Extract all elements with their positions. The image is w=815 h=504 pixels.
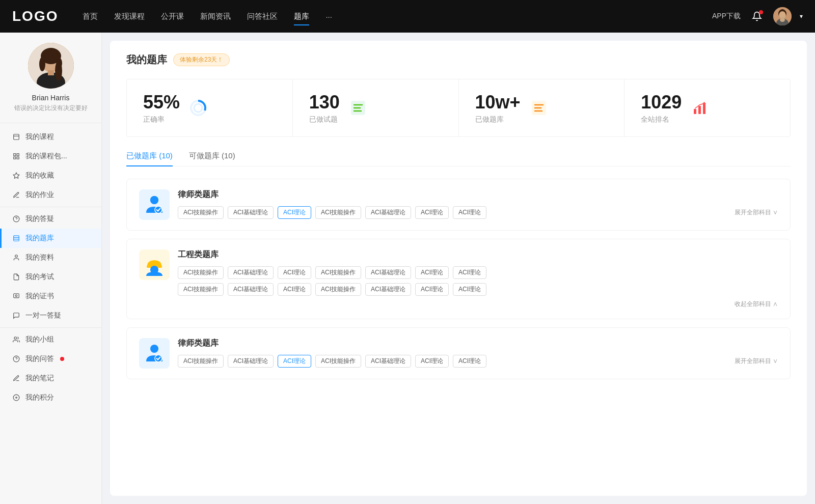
svg-rect-47	[703, 104, 705, 114]
stat-rank-label: 全站排名	[641, 115, 682, 124]
logo: LOGO	[12, 8, 58, 24]
tag[interactable]: ACI基础理论	[228, 283, 274, 296]
user-avatar[interactable]	[773, 7, 792, 25]
qbank-card-lawyer-2: 律师类题库 ACI技能操作 ACI基础理论 ACI理论 ACI技能操作 ACI基…	[126, 327, 791, 379]
app-download-link[interactable]: APP下载	[712, 12, 741, 21]
qbank-name-engineer: 工程类题库	[178, 249, 778, 260]
svg-rect-45	[694, 109, 696, 114]
svg-rect-20	[17, 157, 19, 159]
nav-news[interactable]: 新闻资讯	[200, 10, 231, 23]
tag[interactable]: ACI理论	[415, 266, 449, 279]
tag[interactable]: ACI理论	[278, 283, 311, 296]
main-content: 我的题库 体验剩余23天！ 55% 正确率	[110, 41, 807, 496]
svg-rect-46	[698, 106, 701, 114]
done-questions-icon	[348, 98, 368, 118]
tag[interactable]: ACI理论	[453, 283, 486, 296]
svg-rect-24	[14, 236, 19, 241]
notification-bell[interactable]	[749, 8, 765, 24]
tab-done-banks[interactable]: 已做题库 (10)	[126, 151, 173, 166]
tag[interactable]: ACI理论	[453, 266, 486, 279]
sidebar-item-qbank[interactable]: 我的题库	[0, 229, 101, 248]
tag[interactable]: ACI基础理论	[228, 355, 274, 368]
sidebar-item-my-course[interactable]: 我的课程	[0, 127, 101, 147]
expand-button-1[interactable]: 展开全部科目 ∨	[735, 208, 778, 217]
svg-rect-15	[14, 134, 19, 140]
qbank-tags-lawyer-2: ACI技能操作 ACI基础理论 ACI理论 ACI技能操作 ACI基础理论 AC…	[178, 355, 778, 368]
nav-home[interactable]: 首页	[83, 10, 98, 23]
exam-icon	[12, 273, 20, 281]
tag-active[interactable]: ACI理论	[278, 206, 311, 219]
tag[interactable]: ACI技能操作	[315, 206, 361, 219]
user-dropdown-arrow[interactable]: ▾	[800, 13, 803, 20]
menu-divider-2	[0, 327, 101, 328]
tag[interactable]: ACI技能操作	[178, 266, 224, 279]
accuracy-chart-icon	[188, 98, 208, 118]
qbank-name-lawyer-2: 律师类题库	[178, 338, 778, 349]
tag[interactable]: ACI理论	[415, 206, 449, 219]
svg-point-11	[39, 57, 45, 71]
tag[interactable]: ACI基础理论	[365, 283, 411, 296]
svg-rect-17	[14, 154, 16, 156]
svg-point-5	[779, 11, 785, 17]
nav-discover[interactable]: 发现课程	[114, 10, 145, 23]
tag[interactable]: ACI技能操作	[178, 283, 224, 296]
one-on-one-icon	[12, 312, 20, 320]
sidebar-item-qa[interactable]: 我的答疑	[0, 209, 101, 229]
nav-links: 首页 发现课程 公开课 新闻资讯 问答社区 题库 ···	[83, 10, 712, 23]
tag[interactable]: ACI基础理论	[365, 206, 411, 219]
qbank-name-lawyer-1: 律师类题库	[178, 189, 778, 200]
qbank-icon-engineer	[139, 249, 170, 280]
sidebar-item-one-on-one[interactable]: 一对一答疑	[0, 306, 101, 325]
sidebar-item-group[interactable]: 我的小组	[0, 330, 101, 349]
tag-active[interactable]: ACI理论	[278, 355, 311, 368]
nav-qbank[interactable]: 题库	[294, 10, 309, 23]
svg-rect-19	[14, 157, 16, 159]
sidebar-item-homework[interactable]: 我的作业	[0, 185, 101, 205]
svg-point-27	[15, 255, 18, 258]
sidebar-item-notes[interactable]: 我的笔记	[0, 369, 101, 388]
qbank-card-engineer: 工程类题库 ACI技能操作 ACI基础理论 ACI理论 ACI技能操作 ACI基…	[126, 239, 791, 319]
stats-row: 55% 正确率 130 已做试题	[126, 79, 791, 137]
collapse-button[interactable]: 收起全部科目 ∧	[178, 300, 778, 309]
tag[interactable]: ACI技能操作	[178, 206, 224, 219]
tag[interactable]: ACI基础理论	[365, 355, 411, 368]
expand-button-3[interactable]: 展开全部科目 ∨	[735, 357, 778, 366]
sidebar-item-favorites[interactable]: 我的收藏	[0, 166, 101, 185]
svg-marker-21	[13, 173, 19, 178]
svg-point-50	[150, 196, 158, 204]
tag[interactable]: ACI基础理论	[365, 266, 411, 279]
svg-point-36	[194, 104, 202, 112]
tag[interactable]: ACI技能操作	[315, 266, 361, 279]
nav-more[interactable]: ···	[325, 10, 332, 23]
sidebar-item-course-package[interactable]: 我的课程包...	[0, 147, 101, 166]
page-header: 我的题库 体验剩余23天！	[126, 53, 791, 67]
tag[interactable]: ACI理论	[415, 283, 449, 296]
qa-icon	[12, 215, 20, 223]
tag[interactable]: ACI技能操作	[315, 283, 361, 296]
group-icon	[12, 335, 20, 344]
sidebar-item-my-qa[interactable]: 我的问答	[0, 349, 101, 369]
nav-qa[interactable]: 问答社区	[247, 10, 278, 23]
sidebar-item-points[interactable]: 我的积分	[0, 388, 101, 407]
course-icon	[12, 133, 20, 141]
tag[interactable]: ACI基础理论	[228, 266, 274, 279]
stat-done-banks: 10w+ 已做题库	[459, 79, 625, 136]
tag[interactable]: ACI理论	[453, 355, 486, 368]
sidebar-avatar	[28, 43, 74, 89]
tag[interactable]: ACI理论	[278, 266, 311, 279]
tab-available-banks[interactable]: 可做题库 (10)	[189, 151, 235, 166]
tag[interactable]: ACI基础理论	[228, 206, 274, 219]
sidebar-item-profile[interactable]: 我的资料	[0, 248, 101, 267]
nav-open-course[interactable]: 公开课	[161, 10, 184, 23]
tag[interactable]: ACI理论	[415, 355, 449, 368]
navbar: LOGO 首页 发现课程 公开课 新闻资讯 问答社区 题库 ··· APP下载	[0, 0, 815, 33]
navbar-right: APP下载 ▾	[712, 7, 803, 25]
qbank-menu-icon	[12, 234, 20, 242]
trial-badge: 体验剩余23天！	[173, 53, 230, 66]
sidebar-item-certificate[interactable]: 我的证书	[0, 287, 101, 306]
sidebar-item-exam[interactable]: 我的考试	[0, 267, 101, 287]
tag[interactable]: ACI技能操作	[315, 355, 361, 368]
points-icon	[12, 394, 20, 402]
tag[interactable]: ACI技能操作	[178, 355, 224, 368]
tag[interactable]: ACI理论	[453, 206, 486, 219]
